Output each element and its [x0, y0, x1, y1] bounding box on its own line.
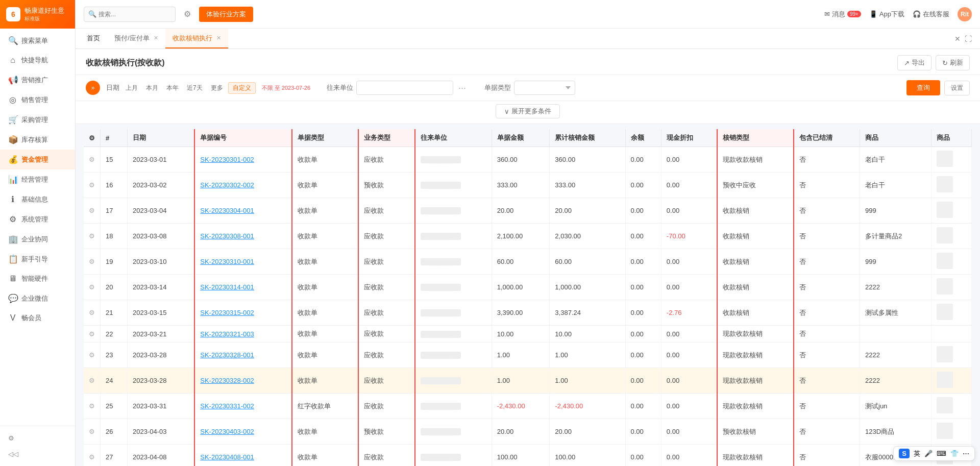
- cell-bill-no[interactable]: SK-20230308-001: [194, 224, 292, 249]
- refresh-button[interactable]: ↻ 刷新: [936, 55, 970, 70]
- settings-filter-button[interactable]: 设置: [944, 81, 970, 95]
- custom-date-btn[interactable]: 自定义: [228, 82, 256, 94]
- export-button[interactable]: ↗ 导出: [897, 55, 932, 70]
- table-row[interactable]: ⚙ 22 2023-03-21 SK-20230321-003 收款单 应收款 …: [84, 326, 972, 342]
- cell-bill-no[interactable]: SK-20230403-002: [194, 419, 292, 445]
- messages-action[interactable]: ✉ 消息 99+: [824, 10, 861, 19]
- sidebar-item-marketing[interactable]: 📢 营销推广: [0, 70, 75, 90]
- support-action[interactable]: 🎧 在线客服: [913, 10, 949, 19]
- col-gear-header[interactable]: ⚙: [84, 129, 101, 147]
- cell-gear[interactable]: ⚙: [84, 173, 101, 198]
- tab-close-receipts[interactable]: ✕: [216, 35, 221, 41]
- cell-bill-no[interactable]: SK-20230408-001: [194, 445, 292, 467]
- sidebar-item-quick[interactable]: ⌂ 快捷导航: [0, 51, 75, 70]
- cell-bill-no[interactable]: SK-20230302-002: [194, 173, 292, 198]
- table-row[interactable]: ⚙ 25 2023-03-31 SK-20230331-002 红字收款单 应收…: [84, 394, 972, 419]
- last-month-btn[interactable]: 上月: [122, 82, 141, 94]
- sidebar-item-inventory[interactable]: 📦 库存核算: [0, 130, 75, 150]
- sidebar-item-wechat[interactable]: 💬 企业微信: [0, 288, 75, 308]
- table-row[interactable]: ⚙ 27 2023-04-08 SK-20230408-001 收款单 应收款 …: [84, 445, 972, 467]
- cell-bill-no[interactable]: SK-20230328-001: [194, 342, 292, 368]
- sidebar-item-guide[interactable]: 📋 新手引导: [0, 249, 75, 269]
- sidebar-item-corp[interactable]: 🏢 企业协同: [0, 229, 75, 249]
- expand-more-btn[interactable]: ∨ 展开更多条件: [496, 104, 560, 118]
- cell-gear[interactable]: ⚙: [84, 368, 101, 394]
- sidebar-item-base[interactable]: ℹ 基础信息: [0, 189, 75, 209]
- filter-dots[interactable]: ···: [456, 83, 468, 93]
- tab-close-payable[interactable]: ✕: [154, 35, 158, 41]
- table-row[interactable]: ⚙ 26 2023-04-03 SK-20230403-002 收款单 预收款 …: [84, 419, 972, 445]
- bill-no-link[interactable]: SK-20230315-002: [200, 309, 254, 316]
- table-row[interactable]: ⚙ 18 2023-03-08 SK-20230308-001 收款单 应收款 …: [84, 224, 972, 249]
- partner-input[interactable]: [356, 81, 453, 95]
- cell-gear[interactable]: ⚙: [84, 394, 101, 419]
- sidebar-collapse[interactable]: ◁◁: [0, 446, 75, 462]
- bill-type-select[interactable]: [514, 81, 575, 95]
- table-row[interactable]: ⚙ 17 2023-03-04 SK-20230304-001 收款单 应收款 …: [84, 198, 972, 224]
- bill-no-link[interactable]: SK-20230314-001: [200, 283, 254, 291]
- topbar-search-input[interactable]: [99, 11, 171, 18]
- cell-gear[interactable]: ⚙: [84, 224, 101, 249]
- cell-bill-no[interactable]: SK-20230331-002: [194, 394, 292, 419]
- recent7-btn[interactable]: 近7天: [184, 82, 206, 94]
- cell-bill-no[interactable]: SK-20230328-002: [194, 368, 292, 394]
- bill-no-link[interactable]: SK-20230304-001: [200, 207, 254, 214]
- table-container[interactable]: ⚙ # 日期 单据编号 单据类型 业务类型 往来单位 单据金额 累计核销金额 余…: [76, 124, 980, 466]
- bill-no-link[interactable]: SK-20230308-001: [200, 232, 254, 240]
- bill-no-link[interactable]: SK-20230408-001: [200, 453, 254, 461]
- cell-gear[interactable]: ⚙: [84, 249, 101, 275]
- table-row[interactable]: ⚙ 16 2023-03-02 SK-20230302-002 收款单 预收款 …: [84, 173, 972, 198]
- cell-gear[interactable]: ⚙: [84, 300, 101, 326]
- topbar-gear-icon[interactable]: ⚙: [182, 7, 193, 21]
- topbar-search-box[interactable]: 🔍: [84, 7, 176, 22]
- cell-bill-no[interactable]: SK-20230314-001: [194, 275, 292, 300]
- cell-bill-no[interactable]: SK-20230315-002: [194, 300, 292, 326]
- this-month-btn[interactable]: 本月: [143, 82, 161, 94]
- cell-gear[interactable]: ⚙: [84, 198, 101, 224]
- bill-no-link[interactable]: SK-20230321-003: [200, 330, 254, 338]
- table-row[interactable]: ⚙ 15 2023-03-01 SK-20230301-002 收款单 应收款 …: [84, 147, 972, 173]
- table-row[interactable]: ⚙ 21 2023-03-15 SK-20230315-002 收款单 应收款 …: [84, 300, 972, 326]
- table-row[interactable]: ⚙ 24 2023-03-28 SK-20230328-002 收款单 应收款 …: [84, 368, 972, 394]
- sidebar-item-system[interactable]: ⚙ 系统管理: [0, 209, 75, 229]
- sidebar-item-search[interactable]: 🔍 搜索菜单: [0, 31, 75, 51]
- app-download-action[interactable]: 📱 App下载: [869, 10, 904, 19]
- cell-bill-no[interactable]: SK-20230310-001: [194, 249, 292, 275]
- filter-toggle-btn[interactable]: »: [86, 81, 100, 95]
- sidebar-item-purchase[interactable]: 🛒 采购管理: [0, 110, 75, 130]
- cell-gear[interactable]: ⚙: [84, 326, 101, 342]
- cell-gear[interactable]: ⚙: [84, 275, 101, 300]
- bill-no-link[interactable]: SK-20230328-001: [200, 351, 254, 359]
- user-avatar[interactable]: Rit: [958, 7, 972, 21]
- ime-mic-icon[interactable]: 🎤: [924, 450, 933, 457]
- bill-no-link[interactable]: SK-20230403-002: [200, 428, 254, 435]
- ime-more-icon[interactable]: ⋯: [963, 450, 969, 457]
- bill-no-link[interactable]: SK-20230331-002: [200, 402, 254, 410]
- sidebar-item-hardware[interactable]: 🖥 智能硬件: [0, 269, 75, 288]
- tab-payable[interactable]: 预付/应付单✕: [107, 29, 165, 48]
- tab-close-window-icon[interactable]: ✕: [954, 35, 961, 43]
- more-btn[interactable]: 更多: [208, 82, 226, 94]
- cell-gear[interactable]: ⚙: [84, 445, 101, 467]
- solution-button[interactable]: 体验行业方案: [199, 7, 253, 22]
- cell-bill-no[interactable]: SK-20230301-002: [194, 147, 292, 173]
- cell-bill-no[interactable]: SK-20230304-001: [194, 198, 292, 224]
- cell-gear[interactable]: ⚙: [84, 147, 101, 173]
- bill-no-link[interactable]: SK-20230302-002: [200, 181, 254, 189]
- tab-maximize-icon[interactable]: ⛶: [965, 35, 972, 43]
- sidebar-item-operation[interactable]: 📊 经营管理: [0, 169, 75, 189]
- ime-emoji-icon[interactable]: 👕: [950, 450, 959, 457]
- cell-gear[interactable]: ⚙: [84, 419, 101, 445]
- sidebar-settings[interactable]: ⚙: [0, 430, 75, 446]
- bill-no-link[interactable]: SK-20230310-001: [200, 258, 254, 265]
- query-button[interactable]: 查询: [906, 80, 940, 95]
- ime-lang[interactable]: 英: [914, 449, 920, 458]
- table-row[interactable]: ⚙ 20 2023-03-14 SK-20230314-001 收款单 应收款 …: [84, 275, 972, 300]
- this-year-btn[interactable]: 本年: [163, 82, 182, 94]
- tab-home[interactable]: 首页: [80, 29, 107, 48]
- cell-gear[interactable]: ⚙: [84, 342, 101, 368]
- table-row[interactable]: ⚙ 19 2023-03-10 SK-20230310-001 收款单 应收款 …: [84, 249, 972, 275]
- tab-receipts[interactable]: 收款核销执行✕: [165, 29, 228, 48]
- sidebar-item-finance[interactable]: 💰 资金管理: [0, 150, 75, 169]
- cell-bill-no[interactable]: SK-20230321-003: [194, 326, 292, 342]
